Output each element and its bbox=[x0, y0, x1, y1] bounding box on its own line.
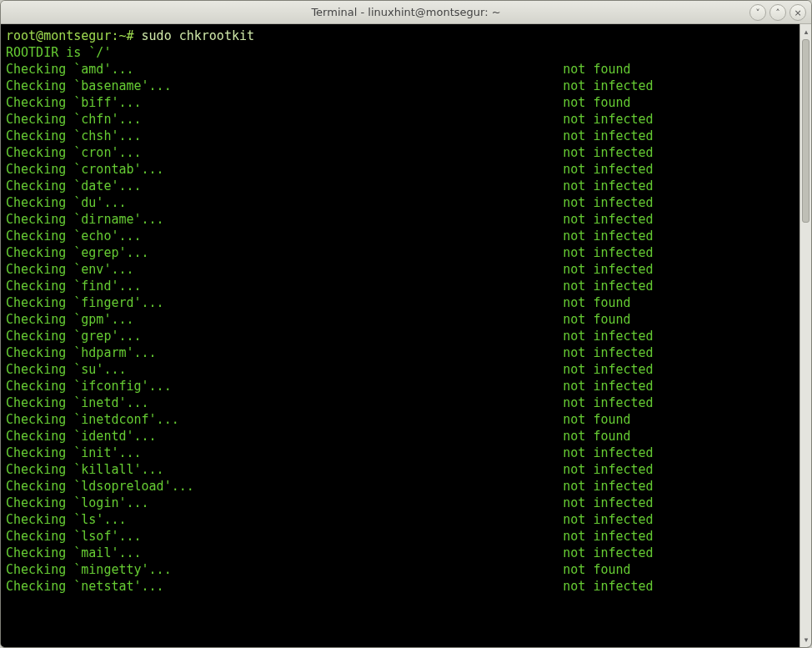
check-line: Checking `login'... not infected bbox=[6, 495, 794, 511]
close-icon: × bbox=[794, 8, 801, 18]
rootdir-line: ROOTDIR is `/' bbox=[6, 44, 794, 61]
check-line: Checking `mail'... not infected bbox=[6, 545, 794, 561]
check-line: Checking `ifconfig'... not infected bbox=[6, 378, 794, 394]
check-line: Checking `inetdconf'... not found bbox=[6, 411, 794, 428]
check-line: Checking `find'... not infected bbox=[6, 278, 794, 294]
window-title: Terminal - linuxhint@montsegur: ~ bbox=[311, 6, 500, 18]
check-line: Checking `init'... not infected bbox=[6, 445, 794, 461]
check-line: Checking `cron'... not infected bbox=[6, 144, 794, 161]
check-line: Checking `env'... not infected bbox=[6, 261, 794, 278]
check-line: Checking `inetd'... not infected bbox=[6, 394, 794, 411]
check-line: Checking `amd'... not found bbox=[6, 61, 794, 78]
check-line: Checking `dirname'... not infected bbox=[6, 211, 794, 228]
titlebar[interactable]: Terminal - linuxhint@montsegur: ~ ˅ ˄ × bbox=[1, 1, 811, 24]
terminal-output[interactable]: root@montsegur:~# sudo chkrootkitROOTDIR… bbox=[1, 24, 799, 647]
check-line: Checking `basename'... not infected bbox=[6, 78, 794, 94]
minimize-button[interactable]: ˅ bbox=[749, 4, 766, 21]
check-line: Checking `gpm'... not found bbox=[6, 311, 794, 328]
check-line: Checking `fingerd'... not found bbox=[6, 294, 794, 311]
check-line: Checking `echo'... not infected bbox=[6, 228, 794, 244]
check-line: Checking `lsof'... not infected bbox=[6, 528, 794, 545]
prompt-line: root@montsegur:~# sudo chkrootkit bbox=[6, 28, 794, 44]
check-line: Checking `chfn'... not infected bbox=[6, 111, 794, 128]
window-controls: ˅ ˄ × bbox=[749, 4, 806, 21]
check-line: Checking `netstat'... not infected bbox=[6, 578, 794, 595]
check-line: Checking `ldsopreload'... not infected bbox=[6, 478, 794, 495]
check-line: Checking `biff'... not found bbox=[6, 94, 794, 111]
chevron-down-icon: ˅ bbox=[755, 8, 760, 18]
maximize-button[interactable]: ˄ bbox=[769, 4, 786, 21]
prompt: root@montsegur:~# bbox=[6, 28, 142, 43]
terminal-window: Terminal - linuxhint@montsegur: ~ ˅ ˄ × … bbox=[0, 0, 812, 648]
check-line: Checking `killall'... not infected bbox=[6, 461, 794, 478]
check-line: Checking `su'... not infected bbox=[6, 361, 794, 378]
chevron-up-icon: ˄ bbox=[775, 8, 780, 18]
scroll-down-arrow-icon[interactable]: ▾ bbox=[800, 632, 812, 647]
scrollbar[interactable]: ▴ ▾ bbox=[799, 24, 811, 647]
check-line: Checking `identd'... not found bbox=[6, 428, 794, 445]
check-line: Checking `mingetty'... not found bbox=[6, 561, 794, 578]
check-line: Checking `chsh'... not infected bbox=[6, 128, 794, 144]
close-button[interactable]: × bbox=[789, 4, 806, 21]
check-line: Checking `grep'... not infected bbox=[6, 328, 794, 344]
check-line: Checking `hdparm'... not infected bbox=[6, 344, 794, 361]
check-line: Checking `crontab'... not infected bbox=[6, 161, 794, 178]
check-line: Checking `ls'... not infected bbox=[6, 511, 794, 528]
terminal-body: root@montsegur:~# sudo chkrootkitROOTDIR… bbox=[1, 24, 811, 647]
command-text: sudo chkrootkit bbox=[142, 28, 254, 43]
check-line: Checking `egrep'... not infected bbox=[6, 244, 794, 261]
check-line: Checking `du'... not infected bbox=[6, 194, 794, 211]
scroll-thumb[interactable] bbox=[802, 39, 809, 223]
check-line: Checking `date'... not infected bbox=[6, 178, 794, 194]
scroll-up-arrow-icon[interactable]: ▴ bbox=[800, 24, 812, 39]
